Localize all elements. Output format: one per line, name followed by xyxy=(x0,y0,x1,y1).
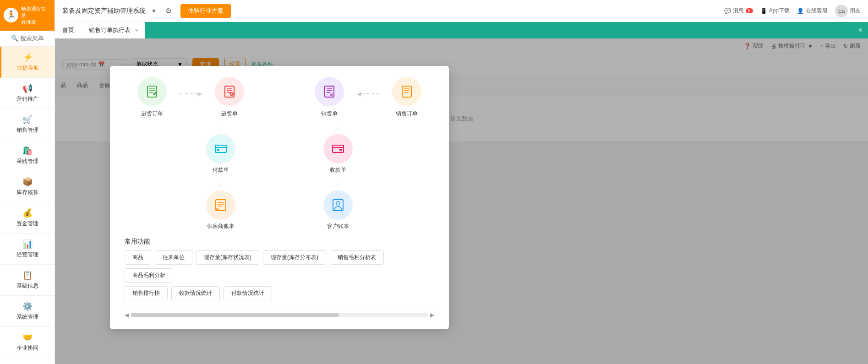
flow-purchase-order[interactable]: 进货订单 xyxy=(125,77,180,118)
nav-icon-marketing: 📢 xyxy=(22,83,33,93)
svg-rect-0 xyxy=(147,86,157,97)
func-btn-receipt-stats[interactable]: 收款情况统计 xyxy=(171,286,220,300)
logo-line2: 标准版 xyxy=(21,19,51,25)
message-badge: 6 xyxy=(746,8,753,13)
user-menu[interactable]: Ea 用友 xyxy=(835,5,861,17)
nav-label-finance: 资金管理 xyxy=(16,220,38,228)
flow-circle-sales-order xyxy=(392,77,421,106)
avatar-initials: Ea xyxy=(838,8,845,14)
nav-icon-system: ⚙️ xyxy=(22,301,33,311)
sidebar: 🏃 畅康通好生意 标准版 🔍 搜索菜单 ⚡ 快捷导航 📢 营销推广 🛒 销售管理 xyxy=(0,0,55,364)
flow-circle-supplier-ledger[interactable]: 账 xyxy=(206,190,235,220)
scroll-right-icon[interactable]: ▶ xyxy=(430,312,434,318)
flow-circle-customer-ledger[interactable] xyxy=(323,190,353,220)
tab-close-icon[interactable]: × xyxy=(135,27,138,33)
func-btn-partner[interactable]: 往来单位 xyxy=(155,250,192,265)
sidebar-item-finance[interactable]: 💰 资金管理 xyxy=(0,202,55,234)
nav-label-inventory: 库存核算 xyxy=(16,189,38,196)
scrollbar-track[interactable] xyxy=(131,313,428,317)
sidebar-search[interactable]: 🔍 搜索菜单 xyxy=(0,31,55,47)
flow-label-sales-order: 销售订单 xyxy=(396,110,418,118)
flow-label-supplier-ledger: 供应商账本 xyxy=(207,223,235,230)
service-label: 在线客服 xyxy=(806,7,828,15)
flow-sales-bill[interactable]: ≡ 销货单 xyxy=(302,77,357,118)
flow-purchase-bill[interactable]: 进货单 xyxy=(202,77,257,118)
user-avatar: Ea xyxy=(835,5,848,17)
app-download-btn[interactable]: 📱 App下载 xyxy=(760,7,790,15)
tab-home-label: 首页 xyxy=(62,26,74,34)
sidebar-item-basic[interactable]: 📋 基础信息 xyxy=(0,265,55,296)
modal: 进货订单 ▶ 进货单 xyxy=(110,66,449,329)
svg-rect-22 xyxy=(217,149,219,151)
flow-circle-payment[interactable] xyxy=(206,134,235,163)
nav-icon-finance: 💰 xyxy=(22,208,33,218)
header-dropdown[interactable]: ▼ xyxy=(151,8,157,14)
main-area: 装备及固定资产辅助管理系统 ▼ ⚙ 体验行业方案 💬 消息 6 📱 App下载 … xyxy=(55,0,868,364)
func-btn-stock-status[interactable]: 现存量(库存状况表) xyxy=(196,250,259,265)
flow-label-receipt: 收款单 xyxy=(330,166,346,174)
sidebar-item-collab[interactable]: 🤝 企业协同 xyxy=(0,327,55,358)
flow-circle-purchase-bill xyxy=(215,77,244,106)
func-btn-payment-stats[interactable]: 付款情况统计 xyxy=(224,286,272,300)
sidebar-item-operation[interactable]: 📊 经营管理 xyxy=(0,234,55,265)
message-label: 消息 xyxy=(733,7,744,15)
nav-icon-purchase: 🛍️ xyxy=(22,146,33,156)
nav-icon-sales: 🛒 xyxy=(22,114,33,125)
header-right: 💬 消息 6 📱 App下载 👤 在线客服 Ea 用友 xyxy=(724,5,861,17)
tab-bar-close[interactable]: × xyxy=(858,26,868,34)
func-btn-sales-profit-analysis[interactable]: 销售毛利分析表 xyxy=(330,250,384,265)
top-header: 装备及固定资产辅助管理系统 ▼ ⚙ 体验行业方案 💬 消息 6 📱 App下载 … xyxy=(55,0,868,22)
svg-rect-23 xyxy=(333,145,344,152)
flow-label-customer-ledger: 客户账本 xyxy=(327,223,349,230)
system-title: 装备及固定资产辅助管理系统 xyxy=(62,7,146,15)
common-functions: 常用功能 商品 往来单位 现存量(库存状况表) 现存量(库存分布表) 销售毛利分… xyxy=(125,238,434,300)
flow-label-purchase-bill: 进货单 xyxy=(221,110,238,118)
flow-label-purchase-order: 进货订单 xyxy=(141,110,163,118)
flow-sales-order[interactable]: 销售订单 xyxy=(379,77,434,118)
nav-label-basic: 基础信息 xyxy=(16,282,38,290)
func-btn-stock-dist[interactable]: 现存量(库存分布表) xyxy=(263,250,326,265)
app-label: App下载 xyxy=(769,7,790,15)
tab-sales-order[interactable]: 销售订单执行表 × xyxy=(82,22,145,38)
func-btn-product-profit[interactable]: 商品毛利分析 xyxy=(125,268,173,283)
nav-label-quick: 快捷导航 xyxy=(17,64,39,72)
flow-label-sales-bill: 销货单 xyxy=(321,110,338,118)
message-icon: 💬 xyxy=(724,8,731,14)
message-btn[interactable]: 💬 消息 6 xyxy=(724,7,753,15)
sidebar-item-sales[interactable]: 🛒 销售管理 xyxy=(0,109,55,140)
sidebar-item-inventory[interactable]: 📦 库存核算 xyxy=(0,171,55,202)
nav-label-system: 系统管理 xyxy=(16,313,38,321)
tab-home[interactable]: 首页 xyxy=(55,22,82,38)
modal-scrollbar: ◀ ▶ xyxy=(125,308,434,318)
logo-icon: 🏃 xyxy=(4,8,18,22)
func-buttons-row2: 销售排行榜 收款情况统计 付款情况统计 xyxy=(125,286,434,300)
sidebar-item-marketing[interactable]: 📢 营销推广 xyxy=(0,78,55,109)
svg-rect-20 xyxy=(215,145,226,152)
nav-icon-collab: 🤝 xyxy=(22,332,33,342)
user-label: 用友 xyxy=(850,7,861,15)
flow-circle-receipt[interactable] xyxy=(323,134,353,163)
tab-bar: 首页 销售订单执行表 × × xyxy=(55,22,868,38)
func-btn-product[interactable]: 商品 xyxy=(125,250,151,265)
logo-symbol: 🏃 xyxy=(6,10,16,20)
sidebar-nav: ⚡ 快捷导航 📢 营销推广 🛒 销售管理 🛍️ 采购管理 📦 库存核算 💰 xyxy=(0,47,55,364)
content-area: ❓ 帮助 🖨 按模板打印 ▼ ↑ 导出 ↻ 刷新 xyxy=(55,38,868,364)
nav-icon-quick: ⚡ xyxy=(23,52,33,62)
trial-btn[interactable]: 体验行业方案 xyxy=(180,4,231,18)
sidebar-item-purchase[interactable]: 🛍️ 采购管理 xyxy=(0,140,55,171)
app-icon: 📱 xyxy=(760,8,767,14)
scroll-left-icon[interactable]: ◀ xyxy=(125,312,129,318)
svg-text:账: 账 xyxy=(216,208,219,211)
search-icon: 🔍 xyxy=(11,35,18,42)
nav-label-purchase: 采购管理 xyxy=(16,158,38,165)
nav-icon-basic: 📋 xyxy=(22,270,33,280)
common-functions-title: 常用功能 xyxy=(125,238,434,246)
online-service-btn[interactable]: 👤 在线客服 xyxy=(797,7,828,15)
modal-overlay: 进货订单 ▶ 进货单 xyxy=(55,38,868,364)
func-btn-sales-ranking[interactable]: 销售排行榜 xyxy=(125,286,168,300)
sidebar-item-system[interactable]: ⚙️ 系统管理 xyxy=(0,296,55,327)
sidebar-item-quick[interactable]: ⚡ 快捷导航 xyxy=(0,47,55,78)
gear-icon[interactable]: ⚙ xyxy=(162,5,175,17)
svg-rect-25 xyxy=(339,149,342,151)
sidebar-item-guide[interactable]: 📖 新手引导 xyxy=(0,358,55,364)
